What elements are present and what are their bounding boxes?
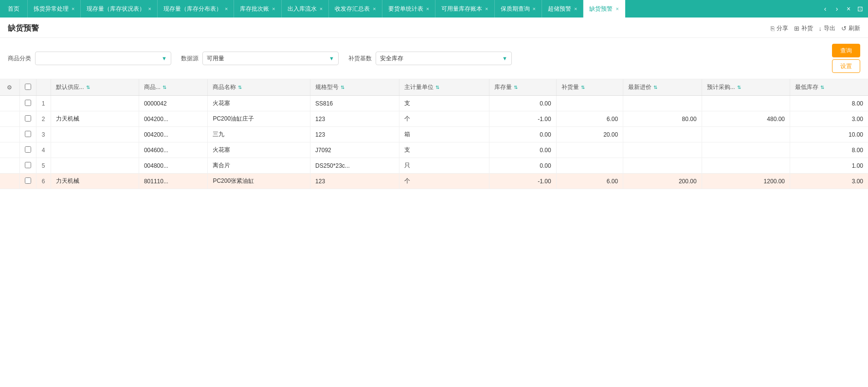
table-row: 4 004600... 火花塞 J7092 支 0.00 8.00 — [0, 142, 868, 158]
category-select[interactable]: ▼ — [35, 52, 171, 65]
th-product-name[interactable]: 商品名称 ⇅ — [208, 79, 310, 96]
tab-shortage[interactable]: 缺货预警 × — [583, 0, 625, 18]
close-order-stats-tab[interactable]: × — [426, 6, 429, 12]
row-number: 6 — [36, 174, 51, 189]
close-overstock-tab[interactable]: × — [574, 6, 577, 12]
tab-available-ledger[interactable]: 可用量库存账本 × — [435, 0, 494, 18]
row-gear-cell — [0, 174, 19, 189]
row-est-purchase — [702, 158, 790, 174]
row-gear-cell — [0, 96, 19, 111]
row-checkbox-5[interactable] — [25, 177, 31, 184]
row-spec: DS250*23c... — [310, 158, 399, 174]
row-min-stock: 1.00 — [790, 158, 868, 174]
row-checkbox-3[interactable] — [25, 146, 31, 153]
tab-order-stats[interactable]: 要货单统计表 × — [382, 0, 435, 18]
row-checkbox-cell — [19, 158, 36, 174]
row-unit: 支 — [399, 142, 489, 158]
settings-button[interactable]: 设置 — [832, 59, 860, 73]
close-receive-summary-tab[interactable]: × — [373, 6, 376, 12]
row-gear-cell — [0, 158, 19, 174]
replenish-base-select-value: 安全库存 — [380, 54, 403, 63]
sort-replenish-icon: ⇅ — [581, 85, 585, 90]
row-est-purchase: 1200.00 — [702, 174, 790, 189]
tab-close-btn[interactable]: × — [843, 3, 854, 15]
sort-name-icon: ⇅ — [238, 85, 242, 90]
close-available-ledger-tab[interactable]: × — [485, 6, 488, 12]
sort-est-purchase-icon: ⇅ — [737, 85, 741, 90]
sort-stock-icon: ⇅ — [514, 85, 518, 90]
row-replenish-qty — [556, 96, 623, 111]
row-product-name: 三九 — [208, 127, 310, 142]
th-stock-qty[interactable]: 库存量 ⇅ — [489, 79, 557, 96]
row-est-purchase — [702, 96, 790, 111]
tab-receive-summary[interactable]: 收发存汇总表 × — [329, 0, 382, 18]
tab-overstock[interactable]: 超储预警 × — [542, 0, 583, 18]
gear-settings-icon[interactable]: ⚙ — [7, 84, 12, 91]
row-product-code: 004200... — [139, 127, 208, 142]
datasource-select[interactable]: 可用量 ▼ — [202, 52, 339, 65]
close-batch-account-tab[interactable]: × — [272, 6, 275, 12]
replenish-base-select[interactable]: 安全库存 ▼ — [376, 52, 512, 65]
th-latest-price[interactable]: 最新进价 ⇅ — [623, 79, 702, 96]
th-min-stock[interactable]: 最低库存 ⇅ — [790, 79, 868, 96]
row-checkbox-0[interactable] — [25, 100, 31, 106]
replenish-btn[interactable]: ⊞ 补货 — [794, 24, 813, 33]
th-default-supplier[interactable]: 默认供应... ⇅ — [51, 79, 139, 96]
row-checkbox-2[interactable] — [25, 131, 31, 137]
th-row-num — [36, 79, 51, 96]
tab-bar: 首页 拣货异常处理 × 现存量（库存状况表） × 现存量（库存分布表） × 库存… — [0, 0, 868, 18]
tab-expiry-query[interactable]: 保质期查询 × — [495, 0, 542, 18]
row-supplier — [51, 127, 139, 142]
tab-exception[interactable]: 拣货异常处理 × — [28, 0, 81, 18]
row-replenish-qty — [556, 142, 623, 158]
row-product-code: 004600... — [139, 142, 208, 158]
row-number: 5 — [36, 158, 51, 174]
row-product-name: PC200张紧油缸 — [208, 174, 310, 189]
th-replenish-qty[interactable]: 补货量 ⇅ — [556, 79, 623, 96]
share-btn[interactable]: ⎘ 分享 — [771, 24, 788, 33]
datasource-select-arrow: ▼ — [329, 55, 334, 61]
row-checkbox-cell — [19, 142, 36, 158]
close-inout-flow-tab[interactable]: × — [320, 6, 323, 12]
tab-inventory-status[interactable]: 现存量（库存状况表） × — [81, 0, 157, 18]
row-replenish-qty — [556, 158, 623, 174]
close-exception-tab[interactable]: × — [72, 6, 74, 12]
th-spec[interactable]: 规格型号 ⇅ — [310, 79, 399, 96]
tab-next-btn[interactable]: › — [831, 3, 843, 15]
table-row: 6 力天机械 801110... PC200张紧油缸 123 个 -1.00 6… — [0, 174, 868, 189]
select-all-checkbox[interactable] — [25, 84, 31, 90]
page-title: 缺货预警 — [8, 23, 39, 34]
row-checkbox-cell — [19, 96, 36, 111]
share-icon: ⎘ — [771, 25, 775, 32]
row-checkbox-cell — [19, 127, 36, 142]
sort-code-icon: ⇅ — [163, 85, 166, 90]
datasource-label: 数据源 — [181, 54, 199, 63]
row-supplier — [51, 96, 139, 111]
row-checkbox-1[interactable] — [25, 115, 31, 122]
row-product-name: 火花塞 — [208, 142, 310, 158]
tab-inout-flow[interactable]: 出入库流水 × — [282, 0, 329, 18]
th-est-purchase[interactable]: 预计采购... ⇅ — [702, 79, 790, 96]
export-btn[interactable]: ↓ 导出 — [819, 24, 836, 33]
refresh-btn[interactable]: ↺ 刷新 — [841, 24, 860, 33]
row-latest-price — [623, 127, 702, 142]
row-latest-price — [623, 158, 702, 174]
row-min-stock: 8.00 — [790, 96, 868, 111]
row-supplier: 力天机械 — [51, 111, 139, 127]
th-unit[interactable]: 主计量单位 ⇅ — [399, 79, 489, 96]
row-number: 1 — [36, 96, 51, 111]
row-est-purchase — [702, 142, 790, 158]
tab-prev-btn[interactable]: ‹ — [819, 3, 831, 15]
th-product-code[interactable]: 商品... ⇅ — [139, 79, 208, 96]
row-checkbox-4[interactable] — [25, 162, 31, 168]
row-min-stock: 10.00 — [790, 127, 868, 142]
tab-home[interactable]: 首页 — [0, 0, 28, 18]
close-inventory-status-tab[interactable]: × — [148, 6, 151, 12]
close-shortage-tab[interactable]: × — [615, 6, 618, 12]
tab-batch-account[interactable]: 库存批次账 × — [234, 0, 281, 18]
tab-inventory-dist[interactable]: 现存量（库存分布表） × — [158, 0, 234, 18]
query-button[interactable]: 查询 — [832, 44, 860, 57]
tab-fullscreen-btn[interactable]: ⊡ — [854, 3, 866, 15]
close-inventory-dist-tab[interactable]: × — [225, 6, 228, 12]
close-expiry-query-tab[interactable]: × — [533, 6, 536, 12]
